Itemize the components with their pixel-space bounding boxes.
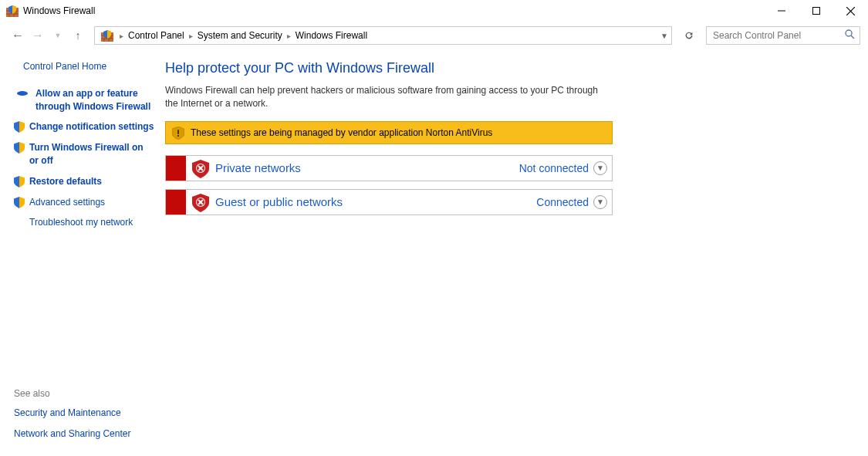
status-color-bar (166, 156, 186, 181)
crumb-sep-icon[interactable]: ▸ (284, 32, 294, 40)
sidebar-link-label: Allow an app or feature through Windows … (35, 87, 154, 113)
blocked-shield-icon (192, 194, 209, 211)
firewall-icon (6, 5, 19, 17)
nav-row: ← → ▼ ↑ ▸ Control Panel ▸ System and Sec… (0, 22, 868, 49)
svg-line-7 (851, 35, 854, 39)
main-content: Help protect your PC with Windows Firewa… (162, 49, 868, 456)
svg-rect-2 (812, 8, 819, 15)
sidebar-link-label: Change notification settings (29, 120, 154, 133)
sidebar-item-restore-defaults[interactable]: Restore defaults (14, 175, 154, 188)
sidebar-item-troubleshoot[interactable]: Troubleshoot my network (29, 216, 154, 229)
see-also-section: See also Security and Maintenance Networ… (14, 388, 154, 448)
recent-dropdown[interactable]: ▼ (51, 32, 65, 39)
svg-rect-9 (177, 130, 179, 134)
network-row-private[interactable]: Private networks Not connected ▼ (165, 155, 613, 181)
crumb-sep-icon[interactable]: ▸ (186, 32, 196, 40)
page-description: Windows Firewall can help prevent hacker… (165, 84, 613, 110)
sidebar-link-label: Turn Windows Firewall on or off (29, 141, 154, 167)
breadcrumb-item[interactable]: Windows Firewall (294, 30, 369, 41)
svg-point-8 (177, 135, 179, 137)
address-bar[interactable]: ▸ Control Panel ▸ System and Security ▸ … (94, 26, 672, 45)
banner-text: These settings are being managed by vend… (191, 127, 492, 138)
shield-icon (14, 142, 25, 153)
chevron-down-icon[interactable]: ▼ (593, 195, 607, 209)
window-controls (764, 0, 868, 22)
address-dropdown[interactable]: ▼ (657, 32, 671, 40)
bullet-icon (17, 91, 28, 96)
see-also-link[interactable]: Network and Sharing Center (14, 427, 154, 441)
sidebar-link-label: Restore defaults (29, 175, 102, 188)
breadcrumb-item[interactable]: System and Security (196, 30, 284, 41)
firewall-icon (101, 29, 113, 42)
sidebar-item-advanced[interactable]: Advanced settings (14, 196, 154, 209)
see-also-header: See also (14, 388, 154, 399)
refresh-button[interactable] (680, 26, 698, 45)
control-panel-home-link[interactable]: Control Panel Home (23, 60, 154, 73)
maximize-button[interactable] (799, 0, 833, 22)
search-icon[interactable] (845, 29, 855, 42)
network-name: Guest or public networks (215, 195, 343, 208)
breadcrumb-item[interactable]: Control Panel (127, 30, 186, 41)
network-status: Connected (536, 196, 589, 208)
page-heading: Help protect your PC with Windows Firewa… (165, 60, 856, 76)
search-input[interactable] (711, 29, 835, 42)
sidebar-item-notification[interactable]: Change notification settings (14, 120, 154, 133)
up-button[interactable]: ↑ (71, 30, 85, 41)
titlebar: Windows Firewall (0, 0, 868, 22)
back-button[interactable]: ← (11, 29, 25, 42)
warning-shield-icon (172, 127, 184, 139)
search-box[interactable] (706, 26, 860, 45)
network-status: Not connected (519, 162, 589, 174)
minimize-button[interactable] (764, 0, 799, 22)
network-name: Private networks (215, 161, 301, 174)
sidebar-item-allow-app[interactable]: Allow an app or feature through Windows … (14, 87, 154, 113)
forward-button[interactable]: → (31, 29, 45, 42)
svg-point-6 (846, 30, 852, 36)
sidebar-item-turn-onoff[interactable]: Turn Windows Firewall on or off (14, 141, 154, 167)
window-title: Windows Firewall (23, 5, 95, 16)
shield-icon (14, 197, 25, 208)
sidebar: Control Panel Home Allow an app or featu… (0, 49, 162, 456)
vendor-banner: These settings are being managed by vend… (165, 121, 613, 144)
blocked-shield-icon (192, 160, 209, 177)
sidebar-link-label: Advanced settings (29, 196, 105, 209)
crumb-sep-icon[interactable]: ▸ (117, 32, 127, 40)
status-color-bar (166, 190, 186, 214)
chevron-down-icon[interactable]: ▼ (593, 161, 607, 175)
close-button[interactable] (833, 0, 868, 22)
shield-icon (14, 176, 25, 187)
sidebar-link-label: Troubleshoot my network (29, 216, 133, 229)
shield-icon (14, 121, 25, 132)
see-also-link[interactable]: Security and Maintenance (14, 407, 154, 420)
network-row-public[interactable]: Guest or public networks Connected ▼ (165, 189, 613, 215)
